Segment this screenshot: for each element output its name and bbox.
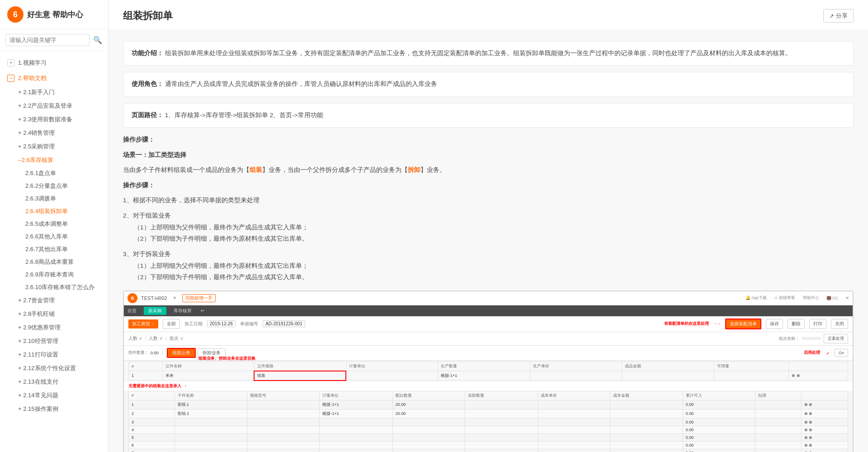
operation-steps-heading: 操作步骤： — [123, 134, 854, 146]
sidebar-item-print[interactable]: + 2.11打印设置 — [0, 348, 108, 362]
plus-icon: + — [18, 89, 22, 95]
path-text: 1、库存核算->库存管理->组装拆卸单 2、首页->常用功能 — [165, 112, 323, 119]
mock-assembly-btn[interactable]: 组装业务 — [167, 348, 196, 358]
col-price: 生产单价 — [530, 362, 622, 371]
annotation-config: 有装配清单的在这里处理 — [664, 321, 709, 327]
sidebar-item-inventory-265[interactable]: 2.6.5成本调整单 — [0, 218, 108, 230]
sidebar-item-faq[interactable]: + 2.14常见问题 — [0, 389, 108, 402]
plus-icon: + — [7, 59, 14, 67]
sidebar-item-inventory[interactable]: − 2.6库存核算 — [0, 153, 108, 167]
plus-icon: + — [18, 310, 22, 317]
mock-sub-toolbar: 人数 ∨ | 人数 ∨ | 批次 ∨ 批次名称： 定案处理 — [124, 332, 853, 346]
mock-delete-btn[interactable]: 删除 — [788, 319, 805, 329]
info-block-func-intro: 功能介绍： 组装拆卸单用来处理企业组装或拆卸等加工业务，支持有固定装配清单的产品… — [123, 41, 854, 66]
sidebar-item-install[interactable]: + 2.2产品安装及登录 — [0, 99, 108, 113]
sidebar-item-inventory-261[interactable]: 2.6.1盘点单 — [0, 167, 108, 180]
sidebar-item-purchase[interactable]: + 2.5采购管理 — [0, 140, 108, 153]
sidebar-item-coupon[interactable]: + 2.9优惠券管理 — [0, 321, 108, 334]
sidebar-item-cases[interactable]: + 2.15操作案例 — [0, 402, 108, 416]
sidebar-item-inventory-269[interactable]: 2.6.9库存账本查询 — [0, 268, 108, 281]
mock-nav-bar: 自贡 新采购 库存核算 ↩ — [124, 305, 853, 316]
sidebar-item-finance[interactable]: + 2.7资金管理 — [0, 294, 108, 307]
plus-icon: + — [18, 129, 22, 136]
share-button[interactable]: ↗ 分享 — [823, 9, 854, 23]
plus-icon: + — [18, 365, 22, 371]
assembly-highlight: 组装 — [250, 167, 262, 173]
mock-print-btn[interactable]: 打印 — [809, 319, 826, 329]
col-plan-qty: 生产数量 — [438, 362, 530, 371]
role-label: 使用角色： — [132, 81, 163, 87]
sidebar-item-inventory-2610[interactable]: 2.6.10库存账本错了怎么办 — [0, 281, 108, 294]
sidebar-item-inventory-267[interactable]: 2.6.7其他出库单 — [0, 243, 108, 256]
sidebar-item-data-prep[interactable]: + 2.3使用前数据准备 — [0, 113, 108, 126]
sidebar-item-inventory-264[interactable]: 2.6.4组装拆卸单 — [0, 205, 108, 218]
mock-type-selector: 组件数量： 0.00 | 组装业务 拆卸业务 组装业务、拆卸业务在这里切换 ↑ … — [124, 346, 853, 361]
col-unit: 计量单位 — [346, 362, 438, 371]
sidebar-item-mobile[interactable]: + 2.8手机旺铺 — [0, 307, 108, 321]
operation-steps-label: 操作步骤： — [123, 136, 155, 143]
mock-company: TEST-H002 — [141, 295, 167, 301]
logo-text: 好生意 帮助中心 — [27, 10, 83, 20]
plus-icon: + — [18, 324, 22, 331]
minus-icon: − — [7, 75, 14, 82]
plus-icon: + — [18, 102, 22, 109]
col-parent-name: 父件名称 — [162, 362, 254, 371]
plus-icon: + — [18, 405, 22, 412]
mock-fill-annotation-area: 无需逐添中的组装在这里录入 ↑ — [124, 382, 853, 391]
step-2: 2、对于组装业务 （1）上部明细为父件明细，最终作为产成品生成其它入库单； （2… — [123, 210, 854, 245]
col-action — [789, 362, 848, 371]
sidebar-item-video-learning[interactable]: + 1.视频学习 — [0, 56, 108, 70]
sidebar-item-inventory-268[interactable]: 2.6.8商品成本重算 — [0, 256, 108, 268]
sidebar-item-inventory-263[interactable]: 2.6.3调拨单 — [0, 192, 108, 205]
mock-logo: 6 — [127, 293, 137, 303]
role-text: 通常由生产人员或库管人员完成拆装业务的操作，库管人员确认原材料的出库和产成品的入… — [165, 81, 437, 87]
disassembly-highlight: 拆卸 — [408, 167, 420, 173]
annotation-fill: 无需逐添中的组装在这里录入 — [128, 383, 181, 389]
search-button[interactable]: 🔍 — [92, 35, 103, 45]
mock-batch-btn[interactable]: 定案处理 — [824, 334, 848, 343]
annotation-type: 组装业务、拆卸业务在这里切换 — [198, 356, 255, 362]
plus-icon: + — [18, 116, 22, 123]
sidebar-item-customize[interactable]: + 2.12系统个性化设置 — [0, 362, 108, 375]
mock-config-list-btn[interactable]: 选择装配清单 — [725, 319, 761, 329]
share-icon: ↗ — [829, 13, 834, 19]
plus-icon: + — [18, 143, 22, 150]
main-header: 组装拆卸单 ↗ 分享 — [108, 0, 868, 30]
sidebar-item-inventory-266[interactable]: 2.6.6其他入库单 — [0, 230, 108, 243]
plus-icon: + — [18, 297, 22, 304]
table-row: 60.00⊕ ⊗ — [129, 441, 848, 449]
table-row: 1 米米 组装 根据-1+1 ⊕ ⊗ — [129, 371, 848, 381]
sidebar-item-inventory-262[interactable]: 2.6.2分量盘点单 — [0, 180, 108, 192]
mock-close-btn[interactable]: 关闭 — [831, 319, 848, 329]
sidebar: 6 好生意 帮助中心 🔍 + 1.视频学习 − 2.帮助文档 + 2.1新手入门 — [0, 0, 108, 452]
nav-sub-sub-list-26: 2.6.1盘点单 2.6.2分量盘点单 2.6.3调拨单 2.6.4组装拆卸单 … — [0, 167, 108, 294]
mock-save-btn[interactable]: 保存 — [766, 319, 783, 329]
plus-icon: + — [18, 338, 22, 344]
sidebar-item-sales[interactable]: + 2.4销售管理 — [0, 126, 108, 140]
table-row: 40.00⊕ ⊗ — [129, 426, 848, 433]
minus-icon-inventory: − — [18, 157, 22, 164]
share-label: 分享 — [836, 12, 848, 20]
table-row: 1 彩纸 1 根据-1+1 20.00 0.00 ⊕ ⊗ — [129, 400, 848, 409]
search-input[interactable] — [5, 34, 90, 46]
info-block-path: 页面路径： 1、库存核算->库存管理->组装拆卸单 2、首页->常用功能 — [123, 103, 854, 128]
mock-process-btn[interactable]: On — [835, 349, 848, 357]
scenario1-desc: 当由多个子件材料组装成一个成品的业务为【组装】业务，当由一个父件拆分成多个子产品… — [123, 164, 854, 176]
mock-nav-active: 新采购 — [144, 307, 166, 315]
sidebar-item-help-docs[interactable]: − 2.帮助文档 — [0, 71, 108, 86]
main-content: 功能介绍： 组装拆卸单用来处理企业组装或拆卸等加工业务，支持有固定装配清单的产品… — [108, 30, 868, 452]
logo-icon: 6 — [7, 6, 24, 23]
info-block-role: 使用角色： 通常由生产人员或库管人员完成拆装业务的操作，库管人员确认原材料的出库… — [123, 72, 854, 96]
sidebar-item-new-user[interactable]: + 2.1新手入门 — [0, 86, 108, 99]
mock-action-btn[interactable]: 全部 — [163, 319, 180, 329]
sidebar-item-label: 1.视频学习 — [18, 59, 47, 67]
sidebar-item-online-pay[interactable]: + 2.13在线支付 — [0, 375, 108, 389]
sidebar-item-operations[interactable]: + 2.10经营管理 — [0, 334, 108, 348]
step-3: 3、对于拆装业务 （1）上部明细为父件明细，最终作为原材料生成其它出库单； （2… — [123, 248, 854, 283]
plus-icon: + — [18, 392, 22, 399]
plus-icon: + — [18, 378, 22, 385]
logo-area: 6 好生意 帮助中心 — [0, 0, 108, 29]
mock-upper-table-header: # 父件名称 父件规格 计量单位 生产数量 生产单价 成品金额 可用量 — [124, 361, 853, 382]
mock-new-btn[interactable]: 加工类型： — [128, 319, 158, 328]
col-avail: 可用量 — [714, 362, 789, 371]
